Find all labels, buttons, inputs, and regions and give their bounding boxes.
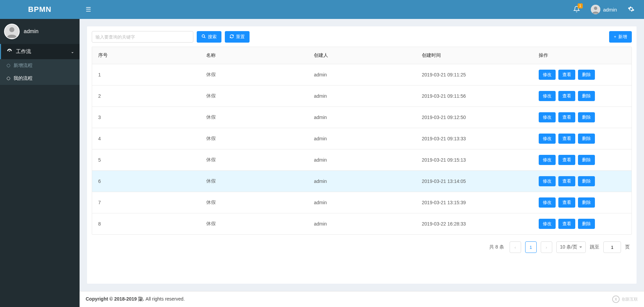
view-button[interactable]: 查看 xyxy=(558,176,575,186)
reset-button[interactable]: 重置 xyxy=(225,31,250,43)
edit-button[interactable]: 修改 xyxy=(539,70,556,80)
sidebar-user-panel: admin xyxy=(0,19,80,44)
cell-name: 休假 xyxy=(200,151,308,168)
view-button[interactable]: 查看 xyxy=(558,112,575,122)
edit-button[interactable]: 修改 xyxy=(539,91,556,101)
reset-button-label: 重置 xyxy=(236,34,245,40)
settings-button[interactable] xyxy=(624,0,638,19)
view-button[interactable]: 查看 xyxy=(558,155,575,165)
table-row[interactable]: 7休假admin2019-03-21 13:15:39修改查看删除 xyxy=(92,192,631,213)
view-button[interactable]: 查看 xyxy=(558,70,575,80)
toolbar: 搜索 重置 + 新增 xyxy=(92,31,632,43)
nav-label: 工作流 xyxy=(16,48,71,55)
delete-button[interactable]: 删除 xyxy=(578,155,595,165)
add-button-label: 新增 xyxy=(618,34,627,40)
cell-ops: 修改查看删除 xyxy=(533,64,631,85)
notifications-button[interactable]: 1 xyxy=(570,0,583,19)
cell-created-at: 2019-03-21 09:13:33 xyxy=(416,131,533,147)
page-size-select[interactable]: 10 条/页 xyxy=(556,241,586,253)
edit-button[interactable]: 修改 xyxy=(539,112,556,122)
add-button[interactable]: + 新增 xyxy=(609,31,632,43)
table-row[interactable]: 5休假admin2019-03-21 09:15:13修改查看删除 xyxy=(92,149,631,171)
cell-created-at: 2019-03-22 16:28:33 xyxy=(416,216,533,232)
cell-ops: 修改查看删除 xyxy=(533,213,631,234)
svg-line-5 xyxy=(204,37,205,38)
view-button[interactable]: 查看 xyxy=(558,91,575,101)
delete-button[interactable]: 删除 xyxy=(578,176,595,186)
notification-badge: 1 xyxy=(578,3,583,8)
jump-prefix: 跳至 xyxy=(590,244,599,250)
pagination-total: 共 8 条 xyxy=(489,244,504,250)
topbar: ☰ 1 admin xyxy=(80,0,644,19)
edit-button[interactable]: 修改 xyxy=(539,134,556,144)
refresh-icon xyxy=(230,34,234,40)
data-table: 序号 名称 创建人 创建时间 操作 1休假admin2019-03-21 09:… xyxy=(92,47,632,235)
user-menu[interactable]: admin xyxy=(587,0,620,19)
footer: Copyright © 2018-2019 柒. All rights rese… xyxy=(80,291,644,307)
delete-button[interactable]: 删除 xyxy=(578,197,595,208)
avatar xyxy=(4,24,20,39)
brand-logo[interactable]: BPMN xyxy=(0,0,80,19)
menu-toggle-icon[interactable]: ☰ xyxy=(86,6,91,13)
page-next-button[interactable]: › xyxy=(541,241,552,253)
page-prev-button[interactable]: ‹ xyxy=(510,241,521,253)
delete-button[interactable]: 删除 xyxy=(578,70,595,80)
delete-button[interactable]: 删除 xyxy=(578,219,595,229)
table-header: 序号 名称 创建人 创建时间 操作 xyxy=(92,47,631,64)
table-row[interactable]: 3休假admin2019-03-21 09:12:50修改查看删除 xyxy=(92,107,631,128)
sidebar-username: admin xyxy=(24,28,39,34)
table-row[interactable]: 4休假admin2019-03-21 09:13:33修改查看删除 xyxy=(92,128,631,149)
cell-ops: 修改查看删除 xyxy=(533,86,631,107)
delete-button[interactable]: 删除 xyxy=(578,91,595,101)
subnav-item-my-process[interactable]: 我的流程 xyxy=(0,72,80,85)
delete-button[interactable]: 删除 xyxy=(578,112,595,122)
chevron-left-icon: ‹ xyxy=(514,245,516,250)
cell-creator: admin xyxy=(308,88,416,104)
col-name: 名称 xyxy=(200,47,308,64)
page-number-button[interactable]: 1 xyxy=(525,241,537,253)
jump-page-input[interactable] xyxy=(603,241,621,253)
table-row[interactable]: 6休假admin2019-03-21 13:14:05修改查看删除 xyxy=(92,171,631,192)
subnav-item-add-process[interactable]: 新增流程 xyxy=(0,59,80,72)
view-button[interactable]: 查看 xyxy=(558,219,575,229)
edit-button[interactable]: 修改 xyxy=(539,176,556,186)
table-row[interactable]: 8休假admin2019-03-22 16:28:33修改查看删除 xyxy=(92,213,631,234)
cell-ops: 修改查看删除 xyxy=(533,171,631,192)
view-button[interactable]: 查看 xyxy=(558,134,575,144)
pagination: 共 8 条 ‹ 1 › 10 条/页 跳至 页 xyxy=(92,235,632,255)
edit-button[interactable]: 修改 xyxy=(539,155,556,165)
svg-point-3 xyxy=(594,7,597,10)
cell-creator: admin xyxy=(308,131,416,147)
cell-seq: 8 xyxy=(92,216,200,232)
search-button[interactable]: 搜索 xyxy=(197,31,221,43)
cell-name: 休假 xyxy=(200,88,308,104)
search-button-label: 搜索 xyxy=(208,34,217,40)
cell-ops: 修改查看删除 xyxy=(533,128,631,149)
gears-icon xyxy=(628,6,635,14)
copyright: Copyright © 2018-2019 柒. All rights rese… xyxy=(86,296,185,302)
cell-creator: admin xyxy=(308,152,416,168)
cell-name: 休假 xyxy=(200,194,308,211)
topbar-username: admin xyxy=(603,7,617,13)
content: 搜索 重置 + 新增 xyxy=(80,19,644,291)
cell-creator: admin xyxy=(308,109,416,125)
search-input[interactable] xyxy=(92,31,193,43)
edit-button[interactable]: 修改 xyxy=(539,219,556,229)
cell-name: 休假 xyxy=(200,109,308,126)
view-button[interactable]: 查看 xyxy=(558,197,575,208)
table-row[interactable]: 1休假admin2019-03-21 09:11:25修改查看删除 xyxy=(92,64,631,86)
cell-created-at: 2019-03-21 13:15:39 xyxy=(416,194,533,211)
cell-seq: 7 xyxy=(92,194,200,211)
nav-item-workflow[interactable]: 工作流 ⌄ xyxy=(0,44,80,59)
table-row[interactable]: 2休假admin2019-03-21 09:11:56修改查看删除 xyxy=(92,86,631,107)
cell-creator: admin xyxy=(308,216,416,232)
cell-name: 休假 xyxy=(200,173,308,190)
edit-button[interactable]: 修改 xyxy=(539,197,556,208)
watermark: X 创新互联 xyxy=(612,296,638,303)
delete-button[interactable]: 删除 xyxy=(578,134,595,144)
cell-ops: 修改查看删除 xyxy=(533,149,631,170)
cell-ops: 修改查看删除 xyxy=(533,192,631,213)
svg-point-4 xyxy=(202,35,205,38)
cell-creator: admin xyxy=(308,194,416,211)
subnav-label: 新增流程 xyxy=(14,63,33,69)
